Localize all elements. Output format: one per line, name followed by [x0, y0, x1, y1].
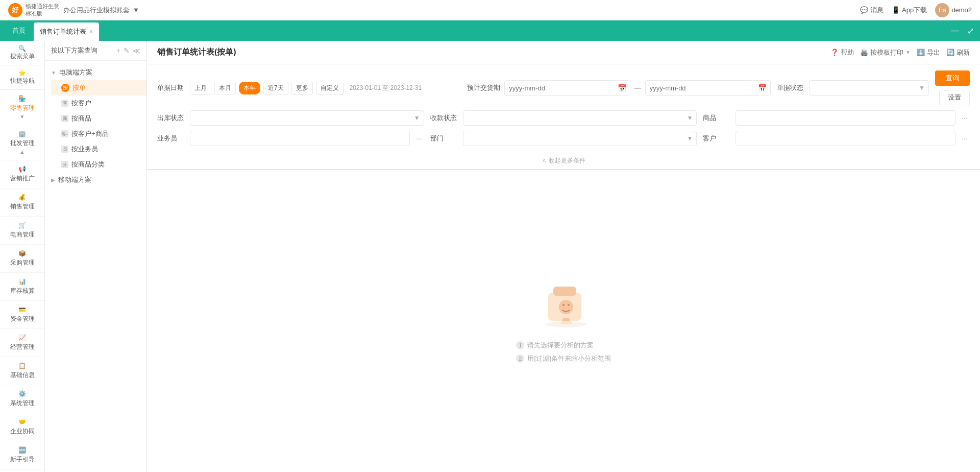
scheme-by-category[interactable]: 分 按商品分类: [51, 157, 146, 172]
sidebar-quicknav[interactable]: ⭐ 快捷导航: [0, 65, 44, 90]
sidebar-item-newguide[interactable]: 🆕 新手引导: [0, 441, 44, 469]
edit-scheme-button[interactable]: ✎: [124, 46, 130, 55]
mobile-section-header[interactable]: ▶ 移动端方案: [45, 172, 146, 187]
department-select[interactable]: [463, 131, 697, 146]
message-icon: 💬: [860, 6, 868, 14]
sidebar-item-operation[interactable]: 📈 经营管理: [0, 329, 44, 357]
status-select-wrap: ▼: [810, 80, 929, 96]
enterprise-icon: 🤝: [18, 418, 26, 426]
sidebar-item-basic[interactable]: 📋 基础信息: [0, 357, 44, 385]
breadcrumb-arrow[interactable]: ▼: [133, 6, 139, 14]
pc-section-header[interactable]: ▼ 电脑端方案: [45, 65, 146, 80]
user-menu[interactable]: Ea demo2: [935, 3, 972, 17]
this-year-btn[interactable]: 本年: [239, 82, 260, 95]
sidebar-item-ecommerce[interactable]: 🛒 电商管理: [0, 217, 44, 245]
customer-input[interactable]: [736, 131, 955, 146]
svg-rect-7: [560, 321, 572, 324]
query-btn-area: 查询 设置: [935, 70, 970, 105]
calendar-end-icon[interactable]: 📅: [758, 84, 767, 92]
sidebar-item-system[interactable]: ⚙️ 系统管理: [0, 385, 44, 413]
refresh-button[interactable]: 🔄 刷新: [946, 48, 970, 57]
last-7-btn[interactable]: 近7天: [263, 82, 288, 95]
this-month-btn[interactable]: 本月: [214, 82, 236, 95]
scheme-by-salesperson[interactable]: 员 按业务员: [51, 141, 146, 157]
date-quick-buttons: 上月 本月 本年 近7天 更多 自定义: [190, 82, 344, 95]
avatar: Ea: [935, 3, 949, 17]
product-more-icon[interactable]: ···: [960, 114, 970, 122]
expected-date-start-input[interactable]: [504, 80, 630, 96]
newguide-icon: 🆕: [18, 446, 26, 454]
delivery-status-select[interactable]: [190, 110, 424, 126]
main-content: 销售订单统计表(按单) ❓ 帮助 🖨️ 按模板打印 ▼ ⬇️ 导出: [147, 41, 980, 472]
tab-sales-order-stats[interactable]: 销售订单统计表 ×: [34, 22, 99, 41]
breadcrumb[interactable]: 办公用品行业模拟账套 ▼: [63, 6, 139, 15]
message-button[interactable]: 💬 消息: [860, 6, 884, 15]
svg-rect-2: [553, 287, 576, 296]
retail-arrow: ▼: [20, 114, 25, 120]
prev-month-btn[interactable]: 上月: [190, 82, 211, 95]
collapse-filter-bar[interactable]: ∧ 收起更多条件: [147, 152, 980, 170]
sidebar-item-enterprise[interactable]: 🤝 企业协同: [0, 413, 44, 441]
empty-illustration: [538, 277, 589, 328]
filter-rows: 单据日期 上月 本月 本年 近7天 更多 自定义 2023-01-01 至 20…: [147, 64, 980, 146]
export-button[interactable]: ⬇️ 导出: [917, 48, 940, 57]
delivery-status-label: 出库状态: [157, 113, 186, 123]
page-title: 销售订单统计表(按单): [157, 47, 236, 58]
ecommerce-icon: 🛒: [18, 222, 26, 229]
sidebar-item-wholesale[interactable]: 🏢 批发管理 ▲: [0, 125, 44, 160]
main-layout: 🔍 搜索菜单 ⭐ 快捷导航 🏪 零售管理 ▼ 🏢 批发管理 ▲ 📢 营销推广 💰…: [0, 41, 980, 472]
scheme-by-customer[interactable]: 客 按客户: [51, 96, 146, 111]
content-area: 按以下方案查询 + ✎ ≪ ▼ 电脑端方案 按 按单: [45, 41, 980, 472]
scheme-icon-by-product: 商: [61, 115, 68, 122]
tab-restore-button[interactable]: ⤢: [965, 24, 976, 38]
delivery-status-col: 出库状态 ▼: [157, 110, 424, 126]
page-actions: ❓ 帮助 🖨️ 按模板打印 ▼ ⬇️ 导出 🔄 刷新: [830, 48, 970, 57]
salesperson-input[interactable]: [190, 131, 410, 146]
more-btn[interactable]: 更多: [291, 82, 313, 95]
tab-bar: 首页 销售订单统计表 × — ⤢: [0, 20, 980, 41]
payment-status-col: 收款状态 ▼: [430, 110, 697, 126]
filter-row-1: 单据日期 上月 本月 本年 近7天 更多 自定义 2023-01-01 至 20…: [157, 70, 970, 105]
template-print-button[interactable]: 🖨️ 按模板打印 ▼: [860, 48, 911, 57]
scheme-by-customer-product[interactable]: 客+ 按客户+商品: [51, 126, 146, 141]
tab-bar-actions: — ⤢: [949, 24, 976, 38]
tab-close-button[interactable]: ×: [89, 28, 93, 35]
sidebar-item-retail[interactable]: 🏪 零售管理 ▼: [0, 90, 44, 125]
payment-status-select[interactable]: [463, 110, 697, 126]
print-icon: 🖨️: [860, 49, 868, 56]
sidebar-search[interactable]: 🔍 搜索菜单: [0, 41, 44, 65]
customer-more-icon[interactable]: ···: [960, 134, 970, 143]
sidebar-item-marketing[interactable]: 📢 营销推广: [0, 160, 44, 188]
sidebar-item-purchase[interactable]: 📦 采购管理: [0, 245, 44, 273]
sidebar-item-apps[interactable]: 🧩 应用中心: [0, 469, 44, 472]
add-scheme-button[interactable]: +: [116, 46, 120, 55]
payment-status-wrap: ▼: [463, 110, 697, 126]
svg-point-5: [568, 304, 570, 306]
scheme-by-order[interactable]: 按 按单: [51, 80, 146, 96]
expected-date-end-input[interactable]: [645, 80, 771, 96]
date-range-display: 2023-01-01 至 2023-12-31: [350, 84, 422, 92]
help-button[interactable]: ❓ 帮助: [830, 48, 854, 57]
logo-area: 好 畅捷通好生意 标准版: [8, 3, 59, 17]
salesperson-more-icon[interactable]: ···: [414, 134, 424, 143]
settings-button[interactable]: 设置: [939, 90, 970, 105]
calendar-start-icon[interactable]: 📅: [618, 84, 626, 92]
scheme-icon-by-cp: 客+: [61, 130, 68, 137]
tab-minimize-button[interactable]: —: [949, 24, 961, 38]
sidebar-item-finance[interactable]: 💳 资金管理: [0, 301, 44, 329]
wholesale-arrow: ▲: [20, 149, 25, 155]
scheme-icon-by-customer: 客: [61, 100, 68, 107]
app-download-button[interactable]: 📱 App下载: [892, 6, 927, 15]
collapse-panel-button[interactable]: ≪: [133, 46, 140, 55]
scheme-by-product[interactable]: 商 按商品: [51, 111, 146, 126]
tab-home[interactable]: 首页: [4, 20, 34, 41]
department-col: 部门 ▼: [430, 131, 697, 146]
product-input[interactable]: [736, 110, 955, 126]
query-button[interactable]: 查询: [935, 70, 970, 86]
sidebar-item-inventory[interactable]: 📊 库存核算: [0, 273, 44, 301]
custom-btn[interactable]: 自定义: [316, 82, 344, 95]
sidebar-item-sales[interactable]: 💰 销售管理: [0, 188, 44, 217]
status-select[interactable]: [810, 80, 929, 96]
product-label: 商品: [703, 113, 731, 123]
print-dropdown-icon[interactable]: ▼: [905, 50, 911, 55]
